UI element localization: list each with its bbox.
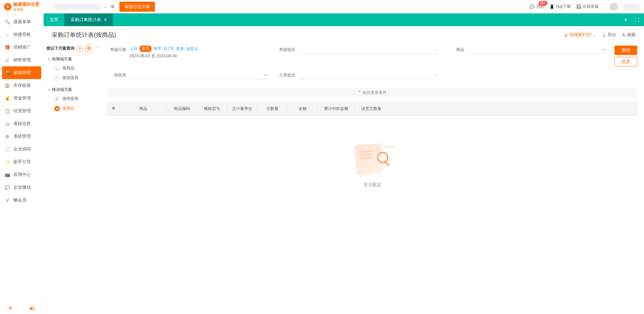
scheme-item[interactable]: ▮按商品: [46, 104, 98, 113]
collapse-sidebar-icon[interactable]: ◀)): [29, 306, 35, 311]
product-select[interactable]: ⋯: [468, 46, 606, 54]
collapse-panel-icon[interactable]: «: [97, 45, 99, 50]
sidebar: 🔍搜索菜单⌂快捷导航🎁营销推广🛒销售管理📦采购管理🏠库存核算💰资金管理📋经营管理…: [0, 13, 44, 314]
table-column-header[interactable]: 主数量: [257, 103, 287, 115]
gear-icon[interactable]: ⚙: [111, 4, 115, 9]
add-scheme-button[interactable]: +: [76, 45, 83, 52]
scheme-icon: ⊞: [54, 96, 60, 102]
fullscreen-icon[interactable]: ⛶: [633, 15, 641, 24]
scheme-item[interactable]: ◷按商品: [46, 63, 98, 73]
main: 首页采购订单统计表✕ ✕ ⛶ 采购订单统计表(按商品) 🖨 按模板打印 ⌄: [44, 13, 644, 314]
print-icon: 🖨: [564, 33, 568, 38]
close-icon[interactable]: ✕: [104, 17, 107, 22]
brand-edition: 标准版: [13, 7, 40, 12]
table-column-header[interactable]: 金额: [287, 103, 318, 115]
marketing-icon: 🎁: [5, 45, 10, 50]
org-name-redacted: [54, 4, 101, 10]
scheme-item[interactable]: ≡按供应商: [46, 73, 98, 83]
tab[interactable]: 首页: [44, 13, 64, 26]
chevron-down-icon: ⌄: [104, 4, 107, 9]
tree-group[interactable]: ▾电脑端方案: [46, 55, 98, 63]
supplier-select[interactable]: ⋯: [129, 71, 268, 79]
tab[interactable]: 采购订单统计表✕: [64, 13, 113, 26]
stock-status-select[interactable]: ⌄: [299, 71, 437, 79]
date-option[interactable]: 本年: [154, 46, 162, 52]
table-column-header[interactable]: 累计付款金额: [318, 103, 355, 115]
date-option[interactable]: 上月: [129, 46, 138, 52]
query-button[interactable]: 查询: [614, 46, 637, 55]
inventory-icon: 🏠: [5, 83, 10, 88]
sidebar-item-ent[interactable]: 📄企业协同: [0, 143, 43, 155]
system-icon: ⚙: [5, 134, 10, 139]
sidebar-item-basic[interactable]: 🗂基础信息: [0, 117, 43, 130]
sidebar-item-wechat[interactable]: 💬企业微信: [0, 181, 43, 194]
export-icon: ⤓: [602, 33, 606, 38]
table-column-header[interactable]: 规格型号: [197, 103, 227, 115]
sidebar-item-guide[interactable]: ✨新手引导: [0, 155, 43, 168]
tabs: 首页采购订单统计表✕ ✕ ⛶: [44, 13, 644, 26]
sidebar-item-inventory[interactable]: 🏠库存核算: [0, 79, 43, 92]
header-right: 💬 消息 99+ 📱 App下载 🎧 在线客服: [530, 3, 640, 11]
filter-settings-button[interactable]: 设置: [614, 57, 637, 66]
biz-icon: 📋: [5, 108, 10, 114]
table-column-header[interactable]: 商品: [120, 103, 167, 115]
messages-button[interactable]: 💬 消息 99+: [530, 4, 544, 9]
collapse-filters-button[interactable]: ⌃ 收起更多条件: [107, 88, 637, 98]
ent-icon: 📄: [5, 146, 10, 152]
username-redacted: [623, 4, 640, 9]
scheme-settings-button[interactable]: ⚙: [85, 45, 92, 52]
app-download-button[interactable]: 📱 App下载: [549, 4, 571, 9]
brand-name: 畅捷通好生意: [13, 1, 40, 7]
promo-button[interactable]: 体验行业方案: [119, 2, 155, 12]
logo-icon: b: [4, 3, 11, 10]
wechat-icon: 💬: [5, 185, 10, 190]
table-column-header[interactable]: 进货主数量: [355, 103, 388, 115]
data-table: ⚙ 商品商品编码规格型号主计量单位主数量金额累计付款金额进货主数量: [107, 102, 637, 116]
doc-status-select[interactable]: ⌄: [299, 46, 437, 54]
settings-icon[interactable]: ⚙: [8, 306, 12, 311]
filter-doc-status: 单据状态 ⌄: [276, 46, 437, 66]
chevron-down-icon: ▾: [48, 57, 50, 61]
sidebar-item-purchase[interactable]: 📦采购管理: [2, 66, 41, 79]
apps-icon: 📺: [5, 172, 10, 177]
table-column-header[interactable]: 主计量单位: [227, 103, 257, 115]
quicknav-icon: ⌂: [5, 32, 10, 37]
chevron-down-icon: ⌄: [593, 33, 596, 38]
more-icon: ⋯: [602, 47, 606, 52]
sidebar-item-system[interactable]: ⚙系统管理: [0, 130, 43, 143]
date-option[interactable]: 自定义: [186, 46, 198, 52]
finance-icon: 💰: [5, 96, 10, 101]
org-selector[interactable]: ⌄: [54, 4, 107, 10]
empty-state: 暂无数据: [107, 116, 637, 208]
table-column-header[interactable]: 商品编码: [167, 103, 197, 115]
export-button[interactable]: ⤓ 导出: [602, 32, 616, 38]
sidebar-item-member[interactable]: V畅会员: [0, 194, 43, 206]
more-icon: ⋯: [264, 72, 268, 77]
date-range-text: 2023-06-01 至 2023-06-30: [129, 53, 268, 59]
sidebar-item-finance[interactable]: 💰资金管理: [0, 92, 43, 105]
sidebar-footer: ⚙ ◀)): [0, 302, 43, 314]
sidebar-item-biz[interactable]: 📋经营管理: [0, 105, 43, 117]
date-option[interactable]: 近7天: [164, 46, 174, 52]
table-settings-icon[interactable]: ⚙: [108, 103, 120, 115]
logo[interactable]: b 畅捷通好生意 标准版: [4, 1, 48, 12]
sidebar-item-sales[interactable]: 🛒销售管理: [0, 54, 43, 66]
online-service-button[interactable]: 🎧 在线客服: [576, 4, 599, 9]
sidebar-item-quicknav[interactable]: ⌂快捷导航: [0, 28, 43, 41]
sidebar-item-apps[interactable]: 📺应用中心: [0, 168, 43, 181]
print-template-button[interactable]: 🖨 按模板打印 ⌄: [564, 32, 596, 38]
sidebar-item-marketing[interactable]: 🎁营销推广: [0, 41, 43, 54]
refresh-icon: ↻: [622, 33, 626, 38]
scheme-item[interactable]: ⊞按供应商: [46, 94, 98, 104]
page-head: 采购订单统计表(按商品) 🖨 按模板打印 ⌄ ⤓ 导出 ↻ 刷新: [44, 26, 644, 42]
date-option[interactable]: 更多: [176, 46, 184, 52]
close-all-tabs-icon[interactable]: ✕: [621, 15, 630, 24]
filter-product: 商品 ⋯: [445, 46, 606, 66]
refresh-button[interactable]: ↻ 刷新: [622, 32, 636, 38]
filter-scheme-panel: 按以下方案查询 + ⚙ « ▾电脑端方案◷按商品≡按供应商▾移动端方案⊞按供应商…: [44, 42, 101, 314]
avatar[interactable]: [610, 3, 618, 11]
tree-group[interactable]: ▾移动端方案: [46, 85, 98, 94]
date-option[interactable]: 本月: [140, 46, 152, 52]
sidebar-item-search[interactable]: 🔍搜索菜单: [0, 15, 43, 28]
filter-supplier: 供应商 ⋯: [107, 71, 268, 79]
